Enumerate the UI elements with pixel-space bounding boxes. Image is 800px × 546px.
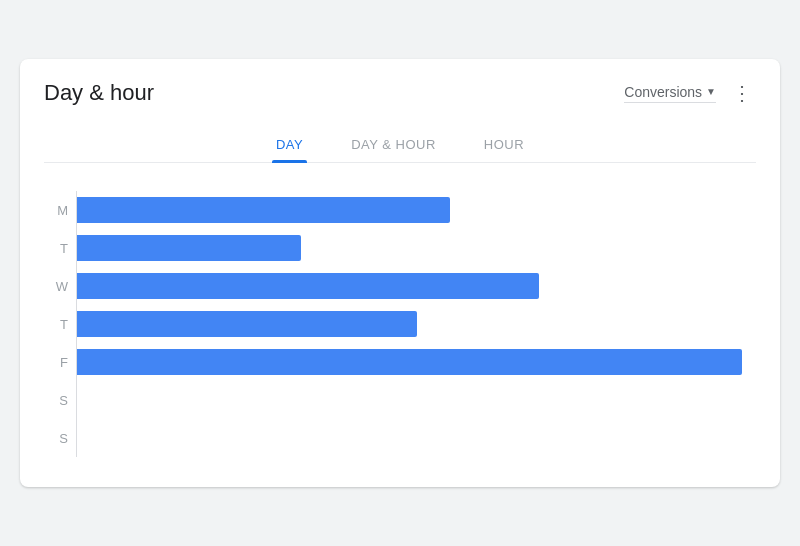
page-title: Day & hour bbox=[44, 80, 154, 106]
bar-fill bbox=[77, 311, 417, 337]
card-header: Day & hour Conversions ▼ ⋮ bbox=[44, 79, 756, 107]
bar-row: T bbox=[54, 305, 756, 343]
bar-fill bbox=[77, 197, 450, 223]
bar-label: F bbox=[54, 355, 76, 370]
bar-row: S bbox=[54, 381, 756, 419]
bar-row: W bbox=[54, 267, 756, 305]
bar-track bbox=[76, 191, 756, 229]
bar-row: S bbox=[54, 419, 756, 457]
tab-hour[interactable]: HOUR bbox=[480, 127, 528, 162]
bar-fill bbox=[77, 349, 742, 375]
bar-track bbox=[76, 305, 756, 343]
bar-row: F bbox=[54, 343, 756, 381]
bar-chart: MTWTFSS bbox=[44, 191, 756, 457]
conversions-label: Conversions bbox=[624, 84, 702, 100]
tab-day[interactable]: DAY bbox=[272, 127, 307, 162]
more-options-icon[interactable]: ⋮ bbox=[728, 79, 756, 107]
bar-fill bbox=[77, 273, 539, 299]
card: Day & hour Conversions ▼ ⋮ DAY DAY & HOU… bbox=[20, 59, 780, 487]
tab-bar: DAY DAY & HOUR HOUR bbox=[44, 127, 756, 163]
bar-track bbox=[76, 229, 756, 267]
bar-label: T bbox=[54, 317, 76, 332]
bar-row: T bbox=[54, 229, 756, 267]
bar-label: S bbox=[54, 431, 76, 446]
conversions-dropdown[interactable]: Conversions ▼ bbox=[624, 84, 716, 103]
bar-row: M bbox=[54, 191, 756, 229]
bar-fill bbox=[77, 235, 301, 261]
bar-track bbox=[76, 381, 756, 419]
header-controls: Conversions ▼ ⋮ bbox=[624, 79, 756, 107]
bar-track bbox=[76, 343, 756, 381]
bar-label: S bbox=[54, 393, 76, 408]
bar-track bbox=[76, 419, 756, 457]
bar-label: T bbox=[54, 241, 76, 256]
bar-label: M bbox=[54, 203, 76, 218]
bar-label: W bbox=[54, 279, 76, 294]
tab-day-hour[interactable]: DAY & HOUR bbox=[347, 127, 440, 162]
bar-track bbox=[76, 267, 756, 305]
chevron-down-icon: ▼ bbox=[706, 86, 716, 97]
